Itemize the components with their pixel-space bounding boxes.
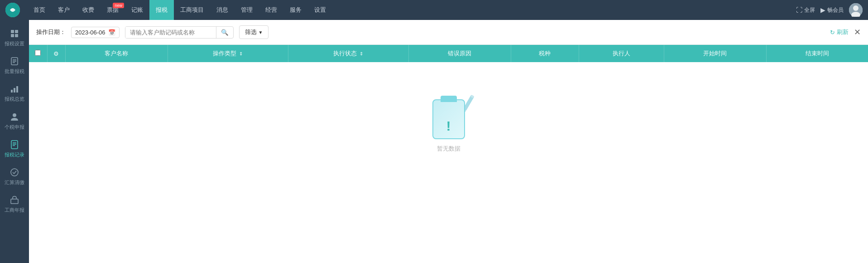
filter-button[interactable]: 筛选 ▼ [239,25,269,39]
tax-settings-icon [9,28,20,39]
nav-home[interactable]: 首页 [27,0,52,20]
close-button[interactable]: ✕ [854,28,861,36]
sidebar-item-tax-settings[interactable]: 报税设置 [0,24,29,51]
toolbar: 操作日期： 2023-06-06 📅 🔍 筛选 ▼ ↻ 刷新 ✕ [29,20,868,45]
svg-point-2 [853,5,858,11]
svg-rect-14 [16,86,18,93]
date-picker[interactable]: 2023-06-06 📅 [71,27,120,38]
nav-message[interactable]: 消息 [210,0,235,20]
svg-point-20 [11,169,18,176]
nav-bizproject[interactable]: 工商项目 [174,0,210,20]
table-container: ⚙ 客户名称 操作类型 ⇕ 执行状态 ⇕ 错误原因 税种 执行 [29,45,868,263]
svg-point-15 [13,113,16,117]
th-tax-type: 税种 [511,45,579,62]
nav-billing[interactable]: 收费 [76,0,101,20]
nav-operation[interactable]: 经营 [259,0,283,20]
table-body: ! 暂无数据 [29,62,868,180]
nav-service[interactable]: 服务 [283,0,308,20]
empty-text: 暂无数据 [437,145,460,153]
svg-rect-13 [14,88,15,93]
annual-report-icon [9,195,20,205]
nav-customer[interactable]: 客户 [52,0,76,20]
search-input[interactable] [125,27,216,38]
fullscreen-btn[interactable]: ⛶ 全屏 [796,6,815,14]
nav-invoice[interactable]: 票据 new [101,0,125,20]
batch-tax-icon [9,56,20,67]
column-settings-icon[interactable]: ⚙ [53,50,59,57]
th-start-time: 开始时间 [664,45,766,62]
calendar-icon: 📅 [108,29,115,36]
th-exec-status: 执行状态 ⇕ [288,45,408,62]
svg-rect-21 [11,199,18,204]
th-executor: 执行人 [579,45,664,62]
invoice-badge: new [113,3,124,8]
sidebar-item-tax-overview[interactable]: 报税总览 [0,79,29,107]
app-logo[interactable] [5,3,20,17]
video-icon: ▶ [820,6,825,14]
nav-bookkeeping[interactable]: 记账 [125,0,149,20]
svg-rect-4 [11,30,14,33]
th-error-reason: 错误原因 [408,45,511,62]
search-icon: 🔍 [221,29,229,36]
svg-rect-7 [15,34,18,37]
th-checkbox [29,45,47,62]
sidebar-item-settlement[interactable]: 汇算清缴 [0,162,29,190]
sidebar-item-annual-report[interactable]: 工商年报 [0,190,29,218]
sidebar-item-tax-record[interactable]: 报税记录 [0,135,29,162]
search-button[interactable]: 🔍 [216,27,233,38]
search-box: 🔍 [125,26,234,39]
svg-rect-12 [11,90,13,93]
main-layout: 报税设置 批量报税 报税总览 [0,20,868,263]
date-label: 操作日期： [36,28,66,36]
nav-settings[interactable]: 设置 [308,0,332,20]
nav-manage[interactable]: 管理 [235,0,259,20]
table-header: ⚙ 客户名称 操作类型 ⇕ 执行状态 ⇕ 错误原因 税种 执行 [29,45,868,62]
fullscreen-icon: ⛶ [796,6,802,14]
toolbar-right: ↻ 刷新 ✕ [830,28,861,36]
tax-overview-icon [9,83,20,94]
records-table: ⚙ 客户名称 操作类型 ⇕ 执行状态 ⇕ 错误原因 税种 执行 [29,45,868,180]
personal-tax-icon [9,112,20,122]
svg-rect-16 [11,141,18,149]
sidebar-item-personal-tax[interactable]: 个税申报 [0,107,29,135]
th-end-time: 结束时间 [766,45,868,62]
svg-rect-5 [15,30,18,33]
tax-record-icon [9,139,20,150]
content-area: 操作日期： 2023-06-06 📅 🔍 筛选 ▼ ↻ 刷新 ✕ [29,20,868,263]
th-op-type: 操作类型 ⇕ [168,45,288,62]
empty-state: ! 暂无数据 [29,62,868,180]
user-avatar[interactable] [849,3,863,17]
member-btn[interactable]: ▶ 畅会员 [820,6,844,14]
empty-illustration: ! [426,89,471,139]
refresh-button[interactable]: ↻ 刷新 [830,28,849,36]
chevron-down-icon: ▼ [259,30,263,35]
settlement-icon [9,167,20,178]
nav-items: 首页 客户 收费 票据 new 记账 报税 工商项目 消息 管理 经营 服务 设… [27,0,796,20]
th-customer-name: 客户名称 [65,45,168,62]
top-nav-right: ⛶ 全屏 ▶ 畅会员 [796,3,863,17]
sidebar: 报税设置 批量报税 报税总览 [0,20,29,263]
th-settings: ⚙ [47,45,65,62]
exec-status-sort-icon[interactable]: ⇕ [360,51,363,56]
refresh-icon: ↻ [830,29,835,36]
op-type-sort-icon[interactable]: ⇕ [239,51,243,56]
sidebar-item-batch-tax[interactable]: 批量报税 [0,51,29,79]
select-all-checkbox[interactable] [35,50,41,56]
svg-rect-6 [11,34,14,37]
top-nav: 首页 客户 收费 票据 new 记账 报税 工商项目 消息 管理 经营 服务 设… [0,0,868,20]
nav-tax[interactable]: 报税 [149,0,174,20]
